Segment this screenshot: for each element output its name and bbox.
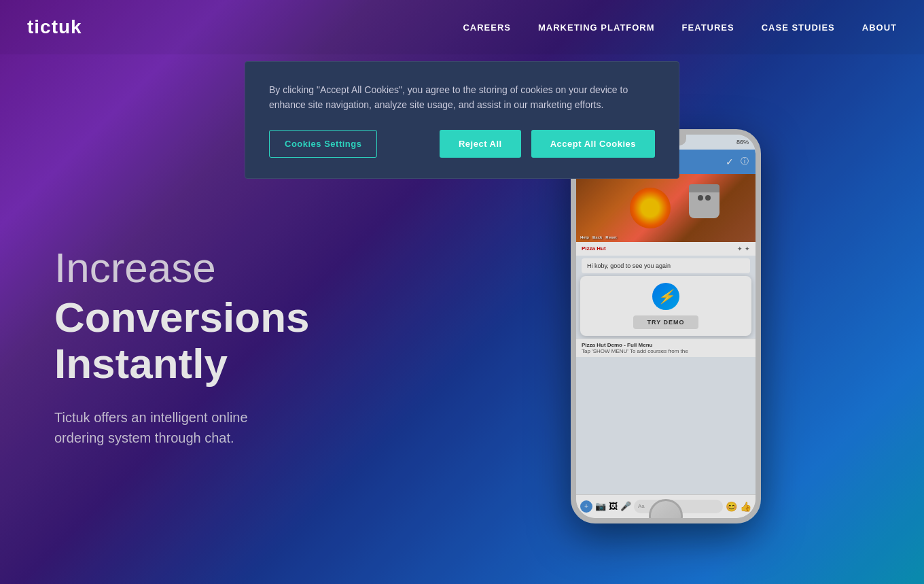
nav-item-about[interactable]: ABOUT bbox=[862, 22, 897, 33]
reject-all-button[interactable]: Reject All bbox=[440, 130, 521, 158]
accept-all-button[interactable]: Accept All Cookies bbox=[531, 130, 655, 158]
cookie-overlay: By clicking "Accept All Cookies", you ag… bbox=[0, 54, 924, 584]
nav-item-careers[interactable]: CAREERS bbox=[463, 22, 511, 33]
nav-item-features[interactable]: FEATURES bbox=[682, 22, 734, 33]
navbar: tictuk CAREERS MARKETING PLATFORM FEATUR… bbox=[0, 0, 924, 54]
logo: tictuk bbox=[27, 16, 82, 38]
nav-item-marketing-platform[interactable]: MARKETING PLATFORM bbox=[538, 22, 655, 33]
nav-item-case-studies[interactable]: CASE STUDIES bbox=[762, 22, 835, 33]
nav-links: CAREERS MARKETING PLATFORM FEATURES CASE… bbox=[463, 21, 897, 33]
cookie-banner: By clicking "Accept All Cookies", you ag… bbox=[245, 61, 679, 179]
cookie-text: By clicking "Accept All Cookies", you ag… bbox=[269, 82, 655, 113]
cookie-buttons: Cookies Settings Reject All Accept All C… bbox=[269, 130, 655, 158]
cookies-settings-button[interactable]: Cookies Settings bbox=[269, 130, 377, 158]
